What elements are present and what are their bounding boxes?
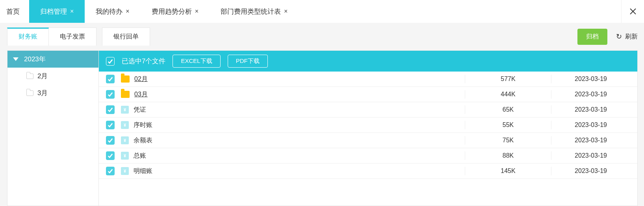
row-checkbox[interactable] <box>106 151 115 160</box>
file-name: 余额表 <box>134 136 465 145</box>
close-all-tabs-button[interactable] <box>621 0 644 23</box>
file-name: 总账 <box>134 152 465 160</box>
sub-tabs: 财务账电子发票银行回单 <box>7 28 150 46</box>
month-item-0[interactable]: 2月 <box>7 68 98 85</box>
file-name: 凭证 <box>134 106 465 114</box>
file-size: 444K <box>465 90 551 99</box>
table-row: 余额表75K2023-03-19 <box>99 133 637 148</box>
main-area: 财务账电子发票银行回单 归档 ↻ 刷新 2023年 2月3月 已选中7个文件 E… <box>0 23 644 206</box>
row-checkbox[interactable] <box>106 121 115 129</box>
file-icon <box>121 121 129 129</box>
table-row: 03月444K2023-03-19 <box>99 87 637 102</box>
select-all-checkbox[interactable] <box>106 57 115 66</box>
file-size: 88K <box>465 151 551 160</box>
file-date: 2023-03-19 <box>551 121 630 129</box>
sub-tab-2[interactable]: 银行回单 <box>102 28 150 46</box>
right-actions: 归档 ↻ 刷新 <box>577 29 638 45</box>
file-date: 2023-03-19 <box>551 152 630 159</box>
check-icon <box>108 76 113 82</box>
check-icon <box>108 168 113 174</box>
table-row: 02月577K2023-03-19 <box>99 72 637 87</box>
month-label: 2月 <box>37 72 48 81</box>
row-checkbox[interactable] <box>106 105 115 114</box>
table-row: 序时账55K2023-03-19 <box>99 118 637 133</box>
row-checkbox[interactable] <box>106 167 115 175</box>
folder-icon <box>26 74 33 79</box>
file-date: 2023-03-19 <box>551 137 630 144</box>
selected-count-text: 已选中7个文件 <box>122 57 165 66</box>
close-icon[interactable]: × <box>284 8 288 15</box>
sub-tab-1[interactable]: 电子发票 <box>49 28 97 46</box>
list-header: 已选中7个文件 EXCEL下载 PDF下载 <box>99 51 637 72</box>
refresh-label: 刷新 <box>625 33 638 41</box>
file-name: 序时账 <box>134 121 465 129</box>
close-icon <box>630 8 636 15</box>
file-date: 2023-03-19 <box>551 91 630 98</box>
nav-tab-label: 首页 <box>6 7 20 16</box>
check-icon <box>108 92 113 97</box>
month-item-1[interactable]: 3月 <box>7 85 98 101</box>
file-size: 55K <box>465 121 551 129</box>
file-icon <box>121 136 129 144</box>
folder-link[interactable]: 02月 <box>134 75 465 83</box>
row-checkbox[interactable] <box>106 90 115 99</box>
sub-tab-0[interactable]: 财务账 <box>7 28 49 46</box>
check-icon <box>108 153 113 158</box>
archive-button[interactable]: 归档 <box>577 29 607 45</box>
file-date: 2023-03-19 <box>551 106 630 113</box>
file-icon <box>121 152 129 160</box>
nav-tab-label: 归档管理 <box>40 7 67 16</box>
file-size: 65K <box>465 105 551 114</box>
file-size: 75K <box>465 136 551 145</box>
nav-tab-1[interactable]: 归档管理× <box>29 0 85 23</box>
folder-icon <box>121 75 130 83</box>
nav-tab-4[interactable]: 部门费用类型统计表× <box>210 0 299 23</box>
folder-link[interactable]: 03月 <box>134 90 465 99</box>
file-size: 577K <box>465 75 551 83</box>
row-checkbox[interactable] <box>106 75 115 83</box>
caret-down-icon <box>13 57 19 61</box>
file-date: 2023-03-19 <box>551 75 630 83</box>
file-icon <box>121 106 129 114</box>
content-split: 2023年 2月3月 已选中7个文件 EXCEL下载 PDF下载 02月577K… <box>0 50 638 206</box>
table-row: 总账88K2023-03-19 <box>99 148 637 164</box>
year-label: 2023年 <box>24 55 46 64</box>
close-icon[interactable]: × <box>195 8 199 15</box>
check-icon <box>108 122 113 128</box>
month-label: 3月 <box>37 88 48 97</box>
nav-tab-label: 部门费用类型统计表 <box>221 7 281 16</box>
year-header[interactable]: 2023年 <box>7 51 98 68</box>
file-listing: 已选中7个文件 EXCEL下载 PDF下载 02月577K2023-03-190… <box>98 50 638 206</box>
top-nav: 首页归档管理×我的待办×费用趋势分析×部门费用类型统计表× <box>0 0 644 23</box>
file-size: 145K <box>465 167 551 175</box>
pdf-download-button[interactable]: PDF下载 <box>228 55 268 68</box>
row-checkbox[interactable] <box>106 136 115 145</box>
sidebar: 2023年 2月3月 <box>7 50 98 206</box>
nav-tab-0[interactable]: 首页 <box>0 0 29 23</box>
nav-tab-label: 我的待办 <box>96 7 122 16</box>
file-date: 2023-03-19 <box>551 167 630 175</box>
nav-tab-3[interactable]: 费用趋势分析× <box>141 0 210 23</box>
table-row: 明细账145K2023-03-19 <box>99 164 637 179</box>
excel-download-button[interactable]: EXCEL下载 <box>173 55 220 68</box>
check-icon <box>108 59 113 64</box>
close-icon[interactable]: × <box>70 8 74 15</box>
file-icon <box>121 167 129 175</box>
nav-tab-2[interactable]: 我的待办× <box>85 0 140 23</box>
folder-icon <box>26 90 33 96</box>
close-icon[interactable]: × <box>126 8 129 15</box>
nav-tab-label: 费用趋势分析 <box>152 7 192 16</box>
refresh-button[interactable]: ↻ 刷新 <box>616 32 638 41</box>
check-icon <box>108 107 113 112</box>
file-name: 明细账 <box>134 167 465 175</box>
table-row: 凭证65K2023-03-19 <box>99 102 637 118</box>
refresh-icon: ↻ <box>616 32 622 41</box>
toolbar-row: 财务账电子发票银行回单 归档 ↻ 刷新 <box>0 28 638 50</box>
folder-icon <box>121 91 130 98</box>
check-icon <box>108 138 113 143</box>
